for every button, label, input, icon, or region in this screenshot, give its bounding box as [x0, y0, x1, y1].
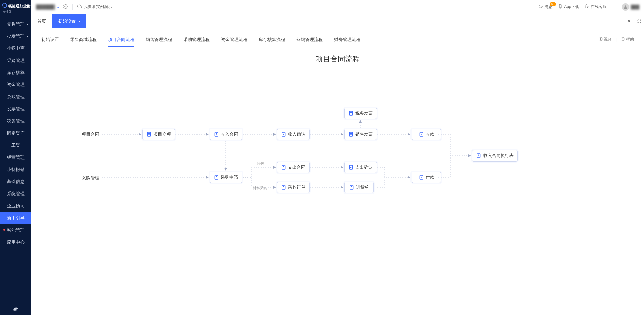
node-tax-invoice[interactable]: 税务发票 — [344, 108, 377, 119]
node-goods-receipt[interactable]: 进货单 — [344, 182, 374, 193]
sidebar-item-label: 固定资产 — [7, 130, 25, 136]
sidebar-item-label: 经营管理 — [7, 154, 25, 161]
node-income-contract-exec[interactable]: 收入合同执行表 — [472, 150, 518, 162]
document-icon — [348, 132, 354, 137]
chat-icon — [538, 4, 543, 10]
svg-point-2 — [541, 6, 541, 6]
sidebar-item[interactable]: 智能管理 — [0, 224, 31, 236]
settings-button[interactable] — [0, 303, 31, 315]
sidebar: 畅捷通好业财 专业版 零售管理▾批发管理▾小畅电商采购管理库存核算资金管理总账管… — [0, 0, 31, 315]
inner-tab[interactable]: 财务管理流程 — [334, 35, 360, 47]
flow-canvas: 项目合同 采购管理 分包 材料采购 项目立项 收入合同 收入确认 销售发票 税务… — [41, 64, 634, 252]
messages-button[interactable]: 消息 65 — [538, 4, 552, 10]
sidebar-item[interactable]: 企业协同 — [0, 200, 31, 212]
edge-label-material: 材料采购 — [253, 186, 267, 191]
svg-point-1 — [540, 6, 540, 6]
node-purchase-request[interactable]: 采购申请 — [210, 172, 242, 183]
sidebar-item[interactable]: 资金管理 — [0, 79, 31, 91]
sidebar-item-label: 资金管理 — [7, 82, 25, 88]
sidebar-item-label: 采购管理 — [7, 58, 25, 64]
sidebar-item-label: 系统管理 — [7, 191, 25, 197]
sidebar-item[interactable]: 经营管理 — [0, 151, 31, 164]
topbar: ██████ ⌄ 我要看实例演示 消息 65 — [31, 0, 644, 14]
brand-logo: 畅捷通好业财 专业版 — [0, 0, 31, 16]
node-receipt[interactable]: 收款 — [412, 129, 441, 140]
node-income-confirm[interactable]: 收入确认 — [277, 129, 310, 140]
sidebar-item[interactable]: 工资 — [0, 139, 31, 151]
node-expense-contract[interactable]: 支出合同 — [277, 162, 310, 173]
page-tab[interactable]: 初始设置× — [52, 14, 86, 28]
sidebar-item[interactable]: 小畅报销 — [0, 164, 31, 176]
section-label-project: 项目合同 — [82, 131, 99, 137]
sidebar-item[interactable]: 零售管理▾ — [0, 18, 31, 30]
sidebar-item-label: 新手引导 — [7, 215, 25, 221]
sidebar-item[interactable]: 税务管理 — [0, 115, 31, 127]
sidebar-item-label: 基础信息 — [7, 179, 25, 185]
inner-tab[interactable]: 库存核算流程 — [259, 35, 285, 47]
sidebar-item[interactable]: 新手引导 — [0, 212, 31, 224]
sidebar-item[interactable]: 应用中心 — [0, 236, 31, 248]
sidebar-item[interactable]: 发票管理 — [0, 103, 31, 115]
node-purchase-order[interactable]: 采购订单 — [277, 182, 310, 193]
sidebar-item[interactable]: 库存核算 — [0, 67, 31, 79]
svg-marker-8 — [600, 38, 601, 40]
inner-tab[interactable]: 零售商城流程 — [70, 35, 97, 47]
fullscreen-button[interactable] — [634, 14, 644, 28]
document-icon — [214, 175, 219, 180]
sidebar-item[interactable]: 批发管理▾ — [0, 30, 31, 42]
node-income-contract[interactable]: 收入合同 — [210, 129, 242, 140]
org-selector[interactable]: ██████ — [36, 4, 55, 9]
close-all-tabs-button[interactable]: ✕ — [624, 14, 634, 28]
avatar — [622, 3, 629, 11]
sidebar-item[interactable]: 总账管理 — [0, 91, 31, 103]
sidebar-item-label: 总账管理 — [7, 94, 25, 100]
demo-link[interactable]: 我要看实例演示 — [77, 4, 112, 10]
sidebar-item-label: 批发管理 — [7, 33, 25, 39]
sidebar-item[interactable]: 固定资产 — [0, 127, 31, 139]
inner-tab[interactable]: 营销管理流程 — [296, 35, 323, 47]
svg-rect-27 — [282, 165, 285, 169]
node-sales-invoice[interactable]: 销售发票 — [344, 129, 377, 140]
sidebar-item[interactable]: 基础信息 — [0, 176, 31, 188]
node-project-approval[interactable]: 项目立项 — [142, 129, 175, 140]
svg-rect-30 — [282, 185, 285, 189]
online-service-button[interactable]: 在线客服 — [584, 4, 607, 10]
node-expense-confirm[interactable]: 支出确认 — [344, 162, 377, 173]
sidebar-item[interactable]: 采购管理 — [0, 55, 31, 67]
document-icon — [348, 165, 354, 170]
sidebar-item[interactable]: 系统管理 — [0, 188, 31, 200]
help-link[interactable]: 帮助 — [621, 37, 634, 42]
svg-point-9 — [621, 37, 624, 41]
inner-tabs: 初始设置零售商城流程项目合同流程销售管理流程采购管理流程资金管理流程库存核算流程… — [41, 35, 634, 47]
notification-dot — [3, 229, 5, 231]
svg-point-6 — [625, 5, 627, 7]
document-icon — [281, 185, 286, 190]
document-icon — [281, 165, 286, 170]
document-icon — [419, 132, 424, 137]
document-icon — [214, 132, 219, 137]
sidebar-item-label: 零售管理 — [7, 21, 25, 27]
cloud-icon — [77, 4, 82, 10]
svg-point-0 — [65, 6, 66, 7]
inner-tab[interactable]: 采购管理流程 — [183, 35, 210, 47]
chevron-down-icon: ▾ — [27, 23, 29, 26]
sidebar-item-label: 库存核算 — [7, 70, 25, 76]
video-link[interactable]: 视频 — [599, 37, 612, 42]
chevron-down-icon: ⌄ — [57, 5, 59, 9]
user-menu[interactable]: ███ — [622, 3, 639, 11]
app-download-button[interactable]: App下载 — [558, 4, 579, 10]
svg-rect-25 — [215, 175, 218, 179]
document-icon — [349, 185, 354, 190]
page-tab[interactable]: 首页 — [31, 14, 52, 28]
settings-icon[interactable] — [63, 4, 68, 10]
sidebar-item[interactable]: 小畅电商 — [0, 42, 31, 55]
inner-tab[interactable]: 销售管理流程 — [146, 35, 172, 47]
node-payment[interactable]: 付款 — [412, 172, 441, 183]
close-icon[interactable]: × — [78, 19, 80, 23]
sidebar-item-label: 小畅报销 — [7, 167, 25, 173]
inner-tab[interactable]: 项目合同流程 — [108, 35, 134, 47]
brand-edition: 专业版 — [3, 10, 12, 14]
section-label-purchase: 采购管理 — [82, 175, 99, 181]
inner-tab[interactable]: 资金管理流程 — [221, 35, 247, 47]
inner-tab[interactable]: 初始设置 — [41, 35, 59, 47]
